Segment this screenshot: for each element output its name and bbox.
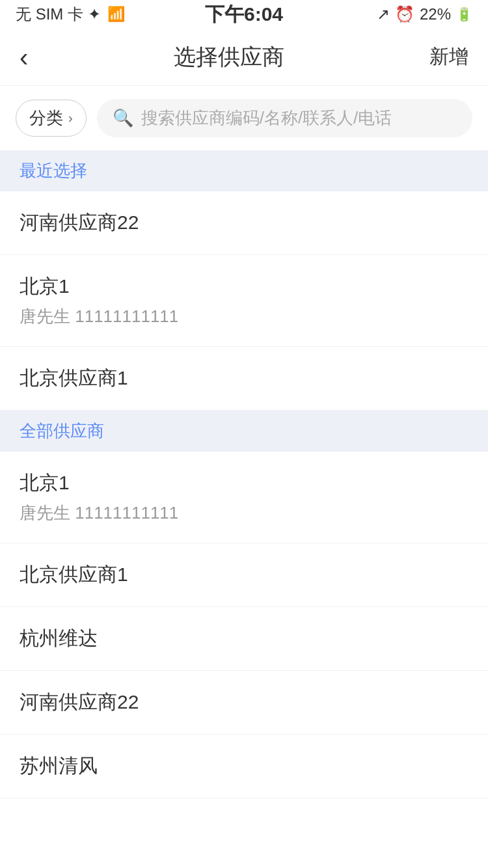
no-sim-text: 无 SIM 卡 ✦ (16, 4, 101, 25)
wifi-icon: 📶 (107, 6, 125, 23)
status-time: 下午6:04 (205, 1, 283, 28)
list-item[interactable]: 北京1唐先生 11111111111 (0, 255, 488, 347)
category-filter-button[interactable]: 分类 › (16, 100, 87, 137)
status-right: ↗ ⏰ 22% 🔋 (377, 5, 472, 23)
search-icon: 🔍 (113, 108, 133, 128)
item-name: 杭州维达 (20, 625, 468, 652)
back-button[interactable]: ‹ (20, 44, 28, 70)
chevron-right-icon: › (68, 111, 73, 126)
all-section-label: 全部供应商 (20, 421, 104, 441)
status-bar: 无 SIM 卡 ✦ 📶 下午6:04 ↗ ⏰ 22% 🔋 (0, 0, 488, 29)
list-item[interactable]: 河南供应商22 (0, 191, 488, 255)
search-placeholder: 搜索供应商编码/名称/联系人/电话 (141, 107, 457, 129)
search-input-wrap[interactable]: 🔍 搜索供应商编码/名称/联系人/电话 (97, 99, 472, 137)
all-suppliers-list: 北京1唐先生 11111111111北京供应商1杭州维达河南供应商22苏州清风 (0, 452, 488, 798)
item-name: 河南供应商22 (20, 210, 468, 236)
recent-section-header: 最近选择 (0, 150, 488, 191)
new-add-button[interactable]: 新增 (429, 44, 468, 70)
recent-section-label: 最近选择 (20, 161, 87, 180)
item-name: 河南供应商22 (20, 689, 468, 716)
item-sub: 唐先生 11111111111 (20, 305, 468, 328)
item-name: 北京1 (20, 470, 468, 496)
list-item[interactable]: 北京供应商1 (0, 347, 488, 411)
battery-icon: 🔋 (456, 7, 472, 22)
page-title: 选择供应商 (174, 42, 284, 72)
list-item[interactable]: 苏州清风 (0, 735, 488, 798)
recent-list: 河南供应商22北京1唐先生 11111111111北京供应商1 (0, 191, 488, 411)
item-sub: 唐先生 11111111111 (20, 502, 468, 524)
battery-text: 22% (420, 5, 451, 23)
list-item[interactable]: 河南供应商22 (0, 671, 488, 735)
location-icon: ↗ (377, 5, 390, 23)
list-item[interactable]: 北京1唐先生 11111111111 (0, 452, 488, 543)
nav-bar: ‹ 选择供应商 新增 (0, 29, 488, 86)
item-name: 北京1 (20, 273, 468, 300)
filter-bar: 分类 › 🔍 搜索供应商编码/名称/联系人/电话 (0, 86, 488, 150)
alarm-icon: ⏰ (395, 5, 414, 23)
item-name: 北京供应商1 (20, 365, 468, 392)
item-name: 北京供应商1 (20, 562, 468, 588)
status-left: 无 SIM 卡 ✦ 📶 (16, 4, 125, 25)
item-name: 苏州清风 (20, 753, 468, 780)
category-label: 分类 (29, 107, 63, 129)
list-item[interactable]: 杭州维达 (0, 607, 488, 671)
list-item[interactable]: 北京供应商1 (0, 543, 488, 607)
all-section-header: 全部供应商 (0, 411, 488, 452)
